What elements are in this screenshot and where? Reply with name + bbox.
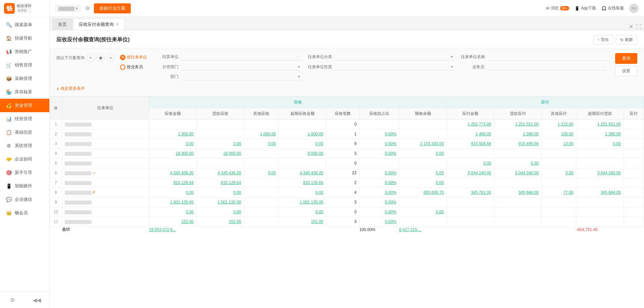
total-label: 合计 xyxy=(62,227,149,233)
sidebar-item-wechat[interactable]: 💬 企业微信 xyxy=(0,193,49,206)
sidebar-item-system[interactable]: ⚙ 系统管理 xyxy=(0,139,49,152)
export-btn[interactable]: ↑ 导出 xyxy=(593,35,613,45)
tabbar: 首页 应收应付余额查询 ✕ ✕ ⛶ xyxy=(50,17,644,30)
tab-query[interactable]: 应收应付余额查询 ✕ xyxy=(73,18,124,30)
table-row: 101,252,773.001,251,551.001,222.001,251,… xyxy=(50,120,644,129)
filter-partner-category: 往来单位分类 ▾ xyxy=(308,53,454,61)
sidebar-icon-marketing: 📢 xyxy=(5,48,12,55)
sidebar-item-marketing[interactable]: 📢 营销推广 xyxy=(0,45,49,58)
sidebar-label-shortcut: 快捷导航 xyxy=(15,35,32,41)
sidebar-icon-member: 👑 xyxy=(5,210,12,216)
sidebar-label-hardware: 智能硬件 xyxy=(15,183,32,189)
sidebar-item-corp[interactable]: 🤝 企业协同 xyxy=(0,152,49,166)
filter-salesman-dots-icon: ··· xyxy=(602,64,606,69)
service-btn[interactable]: 🎧 在线客服 xyxy=(601,5,624,11)
filter-department-input[interactable]: ▾ xyxy=(181,63,301,71)
sidebar-item-search[interactable]: 🔍 搜索菜单 xyxy=(0,18,49,32)
filter-department-label: 分管部门 xyxy=(155,64,178,70)
refresh-btn[interactable]: ↻ 刷新 xyxy=(616,35,637,45)
sidebar-label-corp: 企业协同 xyxy=(15,156,32,162)
window-close-icon[interactable]: ✕ xyxy=(629,24,633,30)
app-download-btn[interactable]: 📱 App下载 xyxy=(575,5,596,11)
col-payable-end: 应付 xyxy=(624,108,644,120)
sidebar-label-system: 系统管理 xyxy=(15,143,32,149)
chevron-down-icon-3: ▾ xyxy=(451,64,453,69)
sidebar-item-basic[interactable]: 📋 基础信息 xyxy=(0,126,49,139)
filter-partner-category-input[interactable]: ▾ xyxy=(335,53,454,60)
topbar-gear-icon[interactable]: ⚙ xyxy=(85,5,90,11)
page-header: 应收应付余额查询(按往来单位) ↑ 导出 ↻ 刷新 xyxy=(50,30,644,48)
filter-partner-nature-input[interactable]: ▾ xyxy=(335,63,454,71)
sidebar-logo: 畅 畅捷通财 标准版 xyxy=(0,0,49,17)
col-receivable-amount: 应收金额 xyxy=(149,108,196,120)
solution-btn[interactable]: 体验行业方案 xyxy=(94,3,131,13)
sidebar-item-purchase[interactable]: 📦 采购管理 xyxy=(0,72,49,85)
user-avatar[interactable]: Rit xyxy=(629,4,639,13)
sidebar-item-operation[interactable]: 📊 经营管理 xyxy=(0,112,49,126)
col-loan-receivable: 贷款应收 xyxy=(197,108,244,120)
refresh-icon: ↻ xyxy=(620,38,624,42)
filter-dept: 部门 ▾ xyxy=(155,73,301,80)
col-payable-amount: 应付金额 xyxy=(446,108,494,120)
col-overdue-receivable: 超期应收金额 xyxy=(279,108,326,120)
chevron-down-icon: ▾ xyxy=(451,54,453,59)
option-partner-icon: 畅 xyxy=(120,55,125,60)
filter-partner-name: 往来单位名称 xyxy=(461,53,607,61)
sidebar-icon-shortcut: 🏠 xyxy=(5,35,12,42)
table-row: 30.000.000.000.0090.00%2,153,333.00915,5… xyxy=(50,139,644,149)
chevron-down-icon: ▾ xyxy=(76,6,78,11)
filter-partner-name-input[interactable] xyxy=(488,53,607,61)
sidebar-label-sales: 销售管理 xyxy=(15,62,32,68)
total-row: 合计 19,553,472,6... 100.00% 6,417,215....… xyxy=(50,227,644,233)
table-settings-icon[interactable]: ⚙ xyxy=(54,106,58,111)
tab-home[interactable]: 首页 xyxy=(52,18,72,30)
filter-department: 分管部门 ▾ xyxy=(155,63,301,71)
scheme-settings-btn[interactable]: ◉ xyxy=(97,54,105,62)
filter-dept-input[interactable]: ▾ xyxy=(181,73,301,80)
col-other-receivable: 其他应收 xyxy=(244,108,279,120)
filter-salesman: 业务员 ··· xyxy=(461,63,607,71)
option-salesman-radio xyxy=(120,64,125,70)
settings-filter-btn[interactable]: 设置 xyxy=(615,66,637,76)
scheme-option-partner[interactable]: 畅 按往来单位 xyxy=(117,53,150,61)
sidebar-item-member[interactable]: 👑 畅会员 xyxy=(0,206,49,220)
sidebar-icon-inventory: 🏪 xyxy=(5,89,12,95)
sidebar-label-inventory: 库存核算 xyxy=(15,89,32,95)
sidebar-settings-btn[interactable]: ⚙ xyxy=(6,295,19,305)
sidebar-item-sales[interactable]: 🛒 销售管理 xyxy=(0,58,49,72)
window-expand-icon[interactable]: ⛶ xyxy=(636,24,641,30)
add-scheme-btn[interactable]: + xyxy=(87,54,95,62)
table-row: 21,000.001,000.001,000.0010.00%1,490.001… xyxy=(50,129,644,139)
sidebar-item-inventory[interactable]: 🏪 库存核算 xyxy=(0,85,49,99)
query-btn[interactable]: 查询 xyxy=(615,53,637,64)
filter-settlement-input[interactable]: ··· xyxy=(181,53,301,60)
service-label: 在线客服 xyxy=(608,5,624,11)
sidebar-icon-guide: 🎯 xyxy=(5,169,12,176)
sidebar-icon-operation: 📊 xyxy=(5,116,12,122)
table-row: 418,000.0018,000.009,000.0030.00%0.00 xyxy=(50,149,644,159)
total-advance-balance: 6,417,215.... xyxy=(399,227,446,233)
sidebar-collapse-btn[interactable]: ◀◀ xyxy=(30,295,44,305)
topbar: ▓▓▓▓▓▓ ▾ ⚙ 体验行业方案 ✉ 消息 99+ 📱 App下载 🎧 在线客… xyxy=(50,0,644,17)
filter-settlement-label: 结算单位 xyxy=(155,54,178,60)
filter-salesman-input[interactable]: ··· xyxy=(487,63,607,71)
scheme-option-salesman[interactable]: 按业务员 xyxy=(117,63,150,71)
app-label: App下载 xyxy=(581,5,596,11)
collapse-filter-btn[interactable]: ∧ 收起更多条件 xyxy=(56,86,637,91)
topbar-left: ▓▓▓▓▓▓ ▾ ⚙ 体验行业方案 xyxy=(55,3,131,13)
user-name: Rit xyxy=(632,6,636,10)
filter-dept-label: 部门 xyxy=(155,74,178,80)
sidebar-item-hardware[interactable]: 📱 智能硬件 xyxy=(0,179,49,193)
col-settings[interactable]: ⚙ xyxy=(50,97,62,120)
tab-query-close-icon[interactable]: ✕ xyxy=(116,22,119,27)
company-selector[interactable]: ▓▓▓▓▓▓ ▾ xyxy=(55,5,81,12)
scheme-collapse-btn[interactable]: « xyxy=(107,54,115,62)
message-btn[interactable]: ✉ 消息 99+ xyxy=(546,5,569,11)
chevron-down-icon-4: ▾ xyxy=(298,74,300,79)
sidebar-label-member: 畅会员 xyxy=(15,210,28,216)
sidebar-item-finance[interactable]: 💰 资金管理 xyxy=(0,99,49,112)
sidebar-item-shortcut[interactable]: 🏠 快捷导航 xyxy=(0,32,49,45)
sidebar-item-guide[interactable]: 🎯 新手引导 xyxy=(0,166,49,179)
sidebar-label-wechat: 企业微信 xyxy=(15,196,32,203)
table-row: 100.000.000.0000.00%0.00 xyxy=(50,207,644,217)
